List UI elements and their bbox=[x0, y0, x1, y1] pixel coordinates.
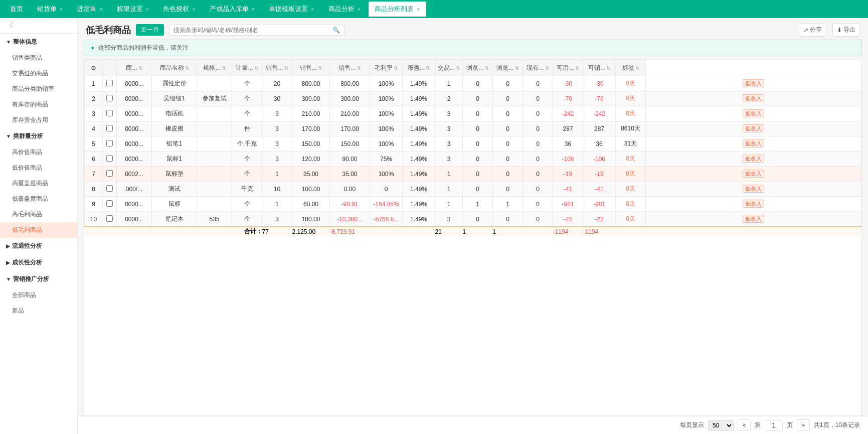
nav-item-进货单[interactable]: 进货单× bbox=[71, 2, 108, 17]
row-tag[interactable]: 低收入 bbox=[646, 152, 861, 167]
table-container[interactable]: ⚙商...⇅商品名称⇅规格...⇅计量...⇅销售...⇅销售...⇅销售...… bbox=[84, 59, 862, 416]
sort-icon[interactable]: ⇅ bbox=[284, 65, 288, 71]
row-tag[interactable]: 低收入 bbox=[646, 121, 861, 136]
row-tag[interactable]: 低收入 bbox=[646, 136, 861, 152]
nav-item-产成品入库单[interactable]: 产成品入库单× bbox=[204, 2, 261, 17]
row-checkbox[interactable] bbox=[103, 167, 117, 182]
search-input[interactable] bbox=[173, 27, 330, 34]
col-header-9[interactable]: 毛利率⇅ bbox=[370, 60, 403, 76]
row-checkbox[interactable] bbox=[103, 182, 117, 197]
nav-item-商品分析列表[interactable]: 商品分析列表× bbox=[369, 2, 426, 17]
row-select-checkbox[interactable] bbox=[106, 215, 113, 222]
nav-item-首页[interactable]: 首页 bbox=[4, 2, 29, 17]
nav-close-icon[interactable]: × bbox=[311, 6, 314, 12]
col-header-5[interactable]: 计量...⇅ bbox=[232, 60, 262, 76]
sort-icon[interactable]: ⇅ bbox=[426, 65, 430, 71]
col-header-3[interactable]: 商品名称⇅ bbox=[152, 60, 197, 76]
export-btn[interactable]: ⬇ 导出 bbox=[832, 23, 860, 37]
row-trade[interactable]: 0 bbox=[463, 212, 493, 227]
trade-link[interactable]: 1 bbox=[506, 201, 509, 208]
col-header-14[interactable]: 现有...⇅ bbox=[523, 60, 553, 76]
sidebar-group-成长性分析[interactable]: ▶成长性分析 bbox=[0, 254, 77, 271]
row-checkbox[interactable] bbox=[103, 106, 117, 121]
row-select-checkbox[interactable] bbox=[106, 80, 113, 86]
sidebar-item-交易过的商品[interactable]: 交易过的商品 bbox=[0, 66, 77, 81]
sidebar-item-库存资金占用[interactable]: 库存资金占用 bbox=[0, 112, 77, 128]
col-header-11[interactable]: 交易...⇅ bbox=[435, 60, 463, 76]
search-icon[interactable]: 🔍 bbox=[332, 27, 340, 34]
sort-icon[interactable]: ⇅ bbox=[606, 65, 610, 71]
col-header-4[interactable]: 规格...⇅ bbox=[197, 60, 232, 76]
sidebar-group-类群量分析[interactable]: ▼类群量分析 bbox=[0, 128, 77, 144]
sort-icon[interactable]: ⇅ bbox=[138, 65, 142, 71]
sort-icon[interactable]: ⇅ bbox=[485, 65, 489, 71]
col-header-2[interactable]: 商...⇅ bbox=[117, 60, 152, 76]
sort-icon[interactable]: ⇅ bbox=[318, 65, 322, 71]
col-header-10[interactable]: 覆盖...⇅ bbox=[403, 60, 435, 76]
row-select-checkbox[interactable] bbox=[106, 95, 113, 101]
nav-item-商品分析[interactable]: 商品分析× bbox=[322, 2, 367, 17]
row-trade[interactable]: 0 bbox=[463, 182, 493, 197]
row-checkbox[interactable] bbox=[103, 136, 117, 152]
sidebar-item-高毛利商品[interactable]: 高毛利商品 bbox=[0, 207, 77, 222]
sidebar-item-全部商品[interactable]: 全部商品 bbox=[0, 287, 77, 303]
nav-close-icon[interactable]: × bbox=[99, 6, 102, 12]
sort-icon[interactable]: ⇅ bbox=[254, 65, 258, 71]
row-select-checkbox[interactable] bbox=[106, 170, 113, 177]
sidebar-item-商品分类助销率[interactable]: 商品分类助销率 bbox=[0, 81, 77, 97]
row-checkbox[interactable] bbox=[103, 91, 117, 106]
sidebar-item-低价值商品[interactable]: 低价值商品 bbox=[0, 160, 77, 176]
col-header-16[interactable]: 可销...⇅ bbox=[583, 60, 616, 76]
sidebar-item-有库存的商品[interactable]: 有库存的商品 bbox=[0, 97, 77, 112]
nav-item-角色授权[interactable]: 角色授权× bbox=[157, 2, 201, 17]
col-header-17[interactable]: 标签⇅ bbox=[616, 60, 646, 76]
row-select-checkbox[interactable] bbox=[106, 140, 113, 147]
page-size-select[interactable]: 50 100 200 bbox=[708, 420, 734, 431]
share-btn[interactable]: ↗ 分享 bbox=[799, 23, 826, 37]
col-header-7[interactable]: 销售...⇅ bbox=[292, 60, 330, 76]
nav-close-icon[interactable]: × bbox=[146, 6, 149, 12]
sidebar-group-整体信息[interactable]: ▼整体信息 bbox=[0, 34, 77, 50]
row-trade[interactable]: 0 bbox=[463, 136, 493, 152]
sidebar-group-流通性分析[interactable]: ▶流通性分析 bbox=[0, 238, 77, 254]
row-select-checkbox[interactable] bbox=[106, 110, 113, 116]
sidebar-item-低覆盖度商品[interactable]: 低覆盖度商品 bbox=[0, 191, 77, 207]
row-checkbox[interactable] bbox=[103, 197, 117, 212]
row-select-checkbox[interactable] bbox=[106, 155, 113, 162]
sort-icon[interactable]: ⇅ bbox=[515, 65, 519, 71]
row-select-checkbox[interactable] bbox=[106, 125, 113, 131]
trade-link[interactable]: 1 bbox=[476, 201, 479, 208]
row-select-checkbox[interactable] bbox=[106, 185, 113, 192]
row-trade[interactable]: 0 bbox=[463, 152, 493, 167]
sidebar-item-新品[interactable]: 新品 bbox=[0, 303, 77, 319]
row-checkbox[interactable] bbox=[103, 152, 117, 167]
nav-close-icon[interactable]: × bbox=[192, 6, 195, 12]
col-header-13[interactable]: 浏览...⇅ bbox=[493, 60, 523, 76]
row-view1[interactable]: 1 bbox=[493, 197, 523, 212]
row-trade[interactable]: 1 bbox=[463, 197, 493, 212]
row-trade[interactable]: 0 bbox=[463, 106, 493, 121]
col-header-12[interactable]: 浏览...⇅ bbox=[463, 60, 493, 76]
nav-item-单据模板设置[interactable]: 单据模板设置× bbox=[263, 2, 320, 17]
row-checkbox[interactable] bbox=[103, 121, 117, 136]
sidebar-item-高价值商品[interactable]: 高价值商品 bbox=[0, 144, 77, 160]
row-checkbox[interactable] bbox=[103, 212, 117, 227]
sort-icon[interactable]: ⇅ bbox=[575, 65, 579, 71]
sort-icon[interactable]: ⇅ bbox=[222, 65, 226, 71]
row-tag[interactable]: 低收入 bbox=[646, 182, 861, 197]
row-trade[interactable]: 0 bbox=[463, 91, 493, 106]
prev-page-btn[interactable]: ＜ bbox=[738, 419, 751, 431]
sidebar-item-销售类商品[interactable]: 销售类商品 bbox=[0, 50, 77, 66]
sort-icon[interactable]: ⇅ bbox=[545, 65, 549, 71]
time-filter-btn[interactable]: 近一月 bbox=[136, 24, 164, 36]
row-tag[interactable]: 低收入 bbox=[646, 106, 861, 121]
sort-icon[interactable]: ⇅ bbox=[357, 65, 361, 71]
nav-close-icon[interactable]: × bbox=[60, 6, 63, 12]
next-page-btn[interactable]: ＞ bbox=[797, 419, 810, 431]
row-trade[interactable]: 0 bbox=[463, 76, 493, 91]
nav-item-销货单[interactable]: 销货单× bbox=[31, 2, 69, 17]
nav-item-权限设置[interactable]: 权限设置× bbox=[111, 2, 155, 17]
row-tag[interactable]: 低收入 bbox=[646, 197, 861, 212]
nav-close-icon[interactable]: × bbox=[417, 6, 420, 12]
sidebar-collapse-btn[interactable]: 《 bbox=[4, 21, 15, 30]
